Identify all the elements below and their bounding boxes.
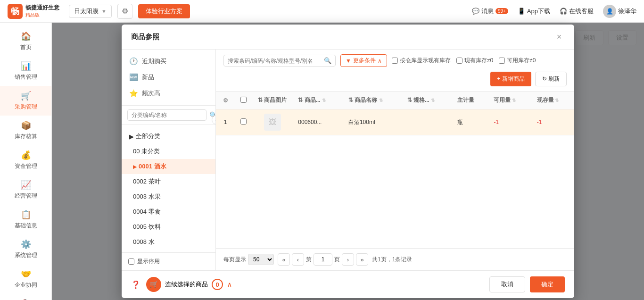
sidebar: 🏠 首页 📊 销售管理 🛒 采购管理 📦 库存核算 💰 资金管理 📈 经营管理 … xyxy=(0,23,52,300)
cooperation-icon: 🤝 xyxy=(21,269,31,279)
col-settings[interactable]: ⚙ xyxy=(216,92,235,109)
category-0001[interactable]: ▶ 0001 酒水 xyxy=(122,159,215,174)
avatar: 👤 xyxy=(603,5,616,18)
add-product-button[interactable]: + 新增商品 xyxy=(490,72,531,86)
show-disabled-label: 显示停用 xyxy=(137,258,160,266)
cancel-button[interactable]: 取消 xyxy=(489,276,525,292)
recent-purchase-label: 近期购买 xyxy=(142,57,166,66)
user-profile[interactable]: 👤 徐泽华 xyxy=(603,5,636,18)
code-header-sort-icon: ⇅ xyxy=(298,97,303,103)
sidebar-item-inventory[interactable]: 📦 库存核算 xyxy=(0,116,51,145)
more-filter-button[interactable]: ▼ 更多条件 ∧ xyxy=(340,54,387,67)
all-category-arrow: ▶ xyxy=(129,133,134,140)
nav-dropdown[interactable]: 日太阳膜 ▼ xyxy=(69,5,112,18)
per-page-select[interactable]: 50 20 100 xyxy=(248,254,274,265)
all-category-label: 全部分类 xyxy=(136,132,160,141)
sidebar-item-home[interactable]: 🏠 首页 xyxy=(0,26,51,56)
column-settings-icon[interactable]: ⚙ xyxy=(223,97,228,104)
filter-icon: ▼ xyxy=(346,58,351,64)
cart-button[interactable]: 🛒 xyxy=(146,277,161,292)
cart-count: 0 xyxy=(212,279,223,290)
collapse-cart-button[interactable]: ∧ xyxy=(227,280,232,289)
category-all[interactable]: ▶ 全部分类 xyxy=(122,129,215,144)
checkbox-warehouse-label: 按仓库显示现有库存 xyxy=(400,57,451,65)
checkbox-warehouse-input[interactable] xyxy=(392,58,398,64)
confirm-button[interactable]: 确定 xyxy=(530,276,565,292)
select-all-checkbox[interactable] xyxy=(240,97,247,103)
sidebar-item-guide[interactable]: 📚 新手引导 xyxy=(0,294,51,300)
col-spec-header[interactable]: ⇅ 规格... xyxy=(402,92,452,109)
sidebar-label-basic-info: 基础信息 xyxy=(15,222,37,230)
show-disabled-checkbox[interactable] xyxy=(128,258,134,265)
system-icon: ⚙️ xyxy=(21,239,31,250)
messages-icon: 💬 xyxy=(472,8,479,15)
cat-0001-label: 0001 酒水 xyxy=(139,162,166,171)
page-last-button[interactable]: » xyxy=(356,253,368,266)
col-code-header[interactable]: ⇅ 商品... xyxy=(292,92,343,109)
category-0003[interactable]: 0003 水果 xyxy=(122,189,215,204)
cat-0002-label: 0002 茶叶 xyxy=(133,177,161,186)
sidebar-item-sales[interactable]: 📊 销售管理 xyxy=(0,56,51,86)
category-0002[interactable]: 0002 茶叶 xyxy=(122,174,215,189)
messages-button[interactable]: 💬 消息 99+ xyxy=(472,7,508,16)
top-nav: 畅 畅捷通好生意 精品版 日太阳膜 ▼ ⚙ 体验行业方案 💬 消息 99+ 📱 … xyxy=(0,0,644,23)
checkbox-available-label: 可用库存≠0 xyxy=(507,57,536,65)
checkbox-by-warehouse[interactable]: 按仓库显示现有库存 xyxy=(392,57,451,65)
page-total-label: 共1页，1条记录 xyxy=(372,256,412,264)
online-service-label: 在线客服 xyxy=(569,7,594,16)
online-service-button[interactable]: 🎧 在线客服 xyxy=(560,7,594,16)
headset-icon: 🎧 xyxy=(560,8,567,15)
checkbox-available-input[interactable] xyxy=(499,58,505,64)
page-next-button[interactable]: › xyxy=(342,253,354,266)
settings-button[interactable]: ⚙ xyxy=(117,4,132,19)
inventory-icon: 📦 xyxy=(21,120,31,131)
col-stock-header[interactable]: 现存量 xyxy=(531,92,574,109)
refresh-button[interactable]: ↻ 刷新 xyxy=(535,72,567,86)
category-0005[interactable]: 0005 饮料 xyxy=(122,219,215,234)
left-panel-footer: 显示停用 xyxy=(122,252,215,270)
col-image-header: ⇅ 商品图片 xyxy=(252,92,292,109)
page-prev-button[interactable]: ‹ xyxy=(292,253,304,266)
category-00[interactable]: 00 未分类 xyxy=(122,144,215,159)
category-0008[interactable]: 0008 水 xyxy=(122,234,215,250)
sidebar-item-purchase[interactable]: 🛒 采购管理 xyxy=(0,86,51,116)
nav-dropdown-label: 日太阳膜 xyxy=(74,7,99,16)
checkbox-stock-not-zero[interactable]: 现有库存≠0 xyxy=(456,57,493,65)
category-0004[interactable]: 0004 零食 xyxy=(122,204,215,219)
category-search-input[interactable] xyxy=(127,109,206,121)
filter-checkboxes: 按仓库显示现有库存 现有库存≠0 可用库存≠0 xyxy=(392,57,536,65)
help-icon[interactable]: ❓ xyxy=(131,280,140,289)
tab-recent-purchase[interactable]: 🕐 近期购买 xyxy=(122,53,215,69)
sidebar-label-cooperation: 企业协同 xyxy=(15,281,37,289)
checkbox-available-not-zero[interactable]: 可用库存≠0 xyxy=(499,57,536,65)
right-actions: + 新增商品 ↻ 刷新 xyxy=(490,72,567,86)
col-name-header[interactable]: ⇅ 商品名称 xyxy=(343,92,402,109)
sidebar-item-system[interactable]: ⚙️ 系统管理 xyxy=(0,234,51,264)
footer-buttons: 取消 确定 xyxy=(489,276,565,292)
modal-close-button[interactable]: × xyxy=(553,31,565,42)
row-checkbox[interactable] xyxy=(240,118,247,125)
sidebar-item-cooperation[interactable]: 🤝 企业协同 xyxy=(0,264,51,294)
sidebar-item-basic-info[interactable]: 📋 基础信息 xyxy=(0,205,51,234)
sidebar-item-operations[interactable]: 📈 经营管理 xyxy=(0,175,51,205)
page-first-button[interactable]: « xyxy=(278,253,290,266)
sidebar-item-finance[interactable]: 💰 资金管理 xyxy=(0,145,51,175)
logo-area: 畅 畅捷通好生意 精品版 xyxy=(8,4,59,19)
sidebar-label-system: 系统管理 xyxy=(15,251,37,259)
messages-label: 消息 xyxy=(481,7,494,16)
product-search-icon[interactable]: 🔍 xyxy=(324,57,331,64)
checkbox-stock-input[interactable] xyxy=(456,58,462,64)
trial-button[interactable]: 体验行业方案 xyxy=(138,4,190,18)
table-row[interactable]: 1 🖼 000600... 白酒100ml xyxy=(216,109,574,135)
tab-new-products[interactable]: 🆕 新品 xyxy=(122,69,215,85)
tab-frequent[interactable]: ⭐ 频次高 xyxy=(122,85,215,101)
cat-0001-arrow: ▶ xyxy=(133,164,137,169)
per-page-label: 每页显示 xyxy=(223,256,246,264)
page-number-input[interactable] xyxy=(314,253,332,266)
app-download-button[interactable]: 📱 App下载 xyxy=(518,7,550,16)
sidebar-label-finance: 资金管理 xyxy=(15,162,37,170)
sidebar-label-inventory: 库存核算 xyxy=(15,133,37,141)
product-search-input[interactable] xyxy=(228,58,322,64)
col-available-header[interactable]: 可用量 xyxy=(488,92,531,109)
product-reference-modal: 商品参照 × 🕐 近期购买 🆕 xyxy=(122,25,574,298)
